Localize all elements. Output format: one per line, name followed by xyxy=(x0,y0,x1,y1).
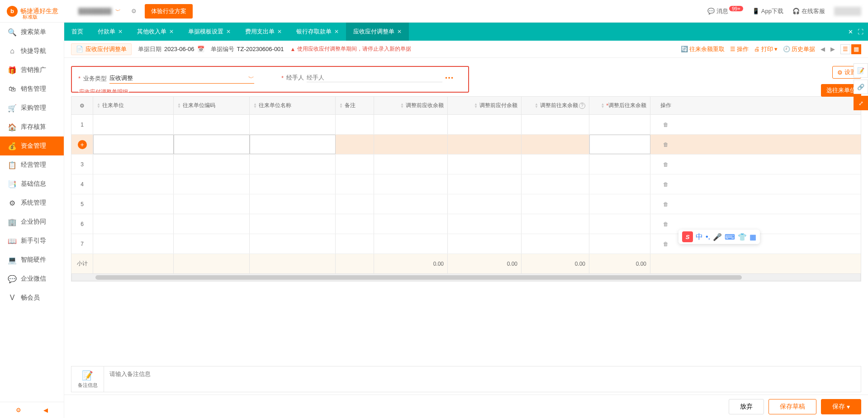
history-button[interactable]: 🕘 历史单据 xyxy=(783,45,815,53)
cell-a3[interactable] xyxy=(522,194,589,214)
delete-row-icon[interactable]: 🗑 xyxy=(663,201,669,207)
cell-a2[interactable] xyxy=(448,234,522,254)
cell-unit[interactable] xyxy=(93,234,174,254)
tab-close-icon[interactable]: ✕ xyxy=(334,28,339,35)
table-row[interactable]: 4🗑 xyxy=(71,174,861,194)
cell-a2[interactable] xyxy=(448,155,522,174)
cell-unit[interactable] xyxy=(93,214,174,234)
sidebar-item-9[interactable]: ⚙系统管理 xyxy=(0,193,64,212)
cell-a2[interactable] xyxy=(448,115,522,134)
cell-a4[interactable] xyxy=(589,194,650,214)
table-h-scrollbar[interactable] xyxy=(71,274,861,281)
add-row-icon[interactable]: + xyxy=(78,140,87,149)
tab-5[interactable]: 银行存取款单✕ xyxy=(289,23,346,41)
handler-more-icon[interactable]: ••• xyxy=(445,75,454,81)
user-avatar[interactable] xyxy=(834,7,861,16)
cell-a2[interactable] xyxy=(448,214,522,234)
sidebar-item-4[interactable]: 🛒采购管理 xyxy=(0,99,64,117)
col-pre-recv[interactable]: ▲▼调整前应收余额 xyxy=(374,97,448,114)
cell-unit[interactable] xyxy=(93,155,174,174)
delete-row-icon[interactable]: 🗑 xyxy=(663,141,669,148)
tab-2[interactable]: 其他收入单✕ xyxy=(130,23,181,41)
col-remark[interactable]: ▲▼备注 xyxy=(336,97,374,114)
col-pre-pay[interactable]: ▲▼调整前应付余额 xyxy=(448,97,522,114)
cell-unit[interactable] xyxy=(93,174,174,194)
ime-mic-icon[interactable]: 🎤 xyxy=(713,233,722,241)
cell-code[interactable] xyxy=(174,155,250,174)
prev-icon[interactable]: ◀ xyxy=(821,46,825,52)
cell-a1[interactable] xyxy=(374,214,448,234)
cell-remark[interactable] xyxy=(336,115,374,134)
org-selector[interactable]: ████████ ﹀ xyxy=(75,5,124,17)
cell-a4[interactable] xyxy=(589,234,650,254)
table-row[interactable]: +🗑 xyxy=(71,135,861,155)
tab-fullscreen-icon[interactable]: ⛶ xyxy=(858,28,863,35)
handler-input[interactable] xyxy=(307,73,442,82)
tab-close-icon[interactable]: ✕ xyxy=(397,28,402,35)
cell-a1[interactable] xyxy=(374,115,448,134)
biz-type-select[interactable]: 应收调整 ﹀ xyxy=(109,73,254,84)
cell-remark[interactable] xyxy=(336,174,374,194)
sidebar-item-11[interactable]: 📖新手引导 xyxy=(0,231,64,250)
delete-row-icon[interactable]: 🗑 xyxy=(663,241,669,247)
tab-close-all-icon[interactable]: ✕ xyxy=(848,28,853,35)
cell-code[interactable] xyxy=(174,214,250,234)
view-list-icon[interactable]: ☰ xyxy=(840,44,850,54)
cell-a3[interactable] xyxy=(522,174,589,194)
cell-code[interactable] xyxy=(174,234,250,254)
cell-remark[interactable] xyxy=(336,214,374,234)
sidebar-item-0[interactable]: 🔍搜索菜单 xyxy=(0,23,64,42)
operate-button[interactable]: ☰ 操作 xyxy=(730,45,749,53)
messages-link[interactable]: 💬 消息 99+ xyxy=(707,7,743,15)
sidebar-settings-icon[interactable]: ⚙ xyxy=(16,407,21,413)
table-row[interactable]: 1🗑 xyxy=(71,115,861,135)
cell-a4[interactable] xyxy=(589,155,650,174)
cell-a1[interactable] xyxy=(374,155,448,174)
ime-skin-icon[interactable]: 👕 xyxy=(738,233,747,241)
cell-a2[interactable] xyxy=(448,174,522,194)
cell-a2[interactable] xyxy=(448,135,522,154)
gear-icon[interactable]: ⚙ xyxy=(131,8,137,14)
tab-4[interactable]: 费用支出单✕ xyxy=(238,23,289,41)
cell-code[interactable] xyxy=(174,135,250,154)
tab-3[interactable]: 单据模板设置✕ xyxy=(181,23,238,41)
ime-lang[interactable]: 中 xyxy=(696,232,703,242)
table-row[interactable]: 5🗑 xyxy=(71,194,861,214)
cell-code[interactable] xyxy=(174,194,250,214)
cell-remark[interactable] xyxy=(336,135,374,154)
cell-a4[interactable] xyxy=(589,174,650,194)
next-icon[interactable]: ▶ xyxy=(830,46,835,52)
col-pre-bal[interactable]: ▲▼调整前往来余额? xyxy=(522,97,589,114)
cell-name[interactable] xyxy=(250,155,336,174)
tab-6[interactable]: 应收应付调整单✕ xyxy=(346,23,409,41)
col-code[interactable]: ▲▼往来单位编码 xyxy=(174,97,250,114)
sidebar-item-12[interactable]: 💻智能硬件 xyxy=(0,250,64,269)
cell-a1[interactable] xyxy=(374,174,448,194)
cell-a4[interactable] xyxy=(589,214,650,234)
delete-row-icon[interactable]: 🗑 xyxy=(663,161,669,168)
calendar-icon[interactable]: 📅 xyxy=(197,46,204,52)
ime-keyboard-icon[interactable]: ⌨ xyxy=(725,233,735,241)
memo-input[interactable] xyxy=(104,366,861,392)
scrollbar-thumb[interactable] xyxy=(95,275,742,280)
sidebar-item-1[interactable]: ⌂快捷导航 xyxy=(0,42,64,61)
tab-close-icon[interactable]: ✕ xyxy=(118,28,123,35)
discard-button[interactable]: 放弃 xyxy=(729,399,764,414)
rail-link-icon[interactable]: 🔗 xyxy=(854,80,868,94)
rail-expand-icon[interactable]: ⤢ xyxy=(854,96,868,110)
col-name[interactable]: ▲▼往来单位名称 xyxy=(250,97,336,114)
app-download-link[interactable]: 📱 App下载 xyxy=(752,7,783,15)
cell-code[interactable] xyxy=(174,115,250,134)
save-draft-button[interactable]: 保存草稿 xyxy=(768,399,816,414)
cell-unit[interactable] xyxy=(93,194,174,214)
ime-toolbox-icon[interactable]: ▦ xyxy=(749,233,756,241)
view-grid-icon[interactable]: ▦ xyxy=(851,44,861,54)
cell-remark[interactable] xyxy=(336,155,374,174)
cell-name[interactable] xyxy=(250,194,336,214)
cell-unit[interactable] xyxy=(93,115,174,134)
cell-remark[interactable] xyxy=(336,194,374,214)
tab-1[interactable]: 付款单✕ xyxy=(90,23,130,41)
sidebar-item-10[interactable]: 🏢企业协同 xyxy=(0,212,64,231)
cell-a3[interactable] xyxy=(522,214,589,234)
ime-toolbar[interactable]: S 中 •, 🎤 ⌨ 👕 ▦ xyxy=(678,230,760,244)
